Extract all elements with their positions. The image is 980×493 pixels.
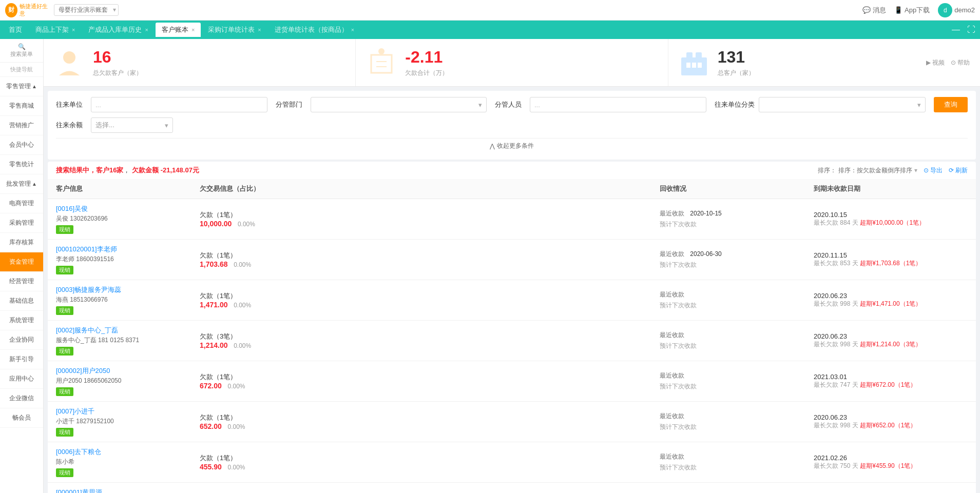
- app-download-btn[interactable]: 📱 App下载: [894, 6, 930, 15]
- sidebar-item-collab[interactable]: 企业协同: [0, 330, 43, 350]
- debt-amount-value: -2.11: [405, 48, 448, 67]
- stat-total-customers: 131 总客户（家） ▶ 视频 ⊙ 帮助: [668, 39, 980, 86]
- sidebar-item-newguide[interactable]: 新手引导: [0, 350, 43, 369]
- sidebar: 🔍 搜索菜单 快捷导航 零售管理 ▲ 零售商城 营销推广 会员中心 零售统计 批…: [0, 39, 44, 493]
- customer-phone-3: 服务中心_丁磊 181 0125 8371: [56, 336, 200, 345]
- dept-select[interactable]: ▾: [311, 97, 487, 112]
- collapse-btn[interactable]: ⋀ 收起更多条件: [56, 138, 968, 153]
- sidebar-item-member-center[interactable]: 会员中心: [0, 135, 43, 155]
- debt-amount-5[interactable]: 652.00: [200, 422, 222, 430]
- customer-cell-4: [000002]用户2050 用户2050 18665062050 现销: [56, 366, 200, 396]
- debt-percent-5: 0.00%: [227, 423, 245, 430]
- sidebar-item-retail-stats[interactable]: 零售统计: [0, 155, 43, 174]
- customer-tag-1: 现销: [56, 266, 73, 274]
- sort-btn[interactable]: 排序： 排序：按欠款金额倒序排序 ▾: [818, 166, 917, 175]
- sidebar-item-basic-info[interactable]: 基础信息: [0, 291, 43, 311]
- user-avatar[interactable]: d demo2: [938, 3, 975, 17]
- sidebar-item-purchase[interactable]: 采购管理: [0, 213, 43, 233]
- search-button[interactable]: 查询: [934, 97, 968, 112]
- customer-cell-1: [0001020001]李老师 李老师 18600391516 现销: [56, 245, 200, 274]
- debt-amount-3[interactable]: 1,214.00: [200, 341, 228, 349]
- maximize-btn[interactable]: ⛶: [965, 25, 977, 34]
- debt-amount-0[interactable]: 10,000.00: [200, 220, 232, 228]
- tab-goods[interactable]: 商品上下架 ×: [29, 23, 81, 37]
- sidebar-item-member[interactable]: 畅会员: [0, 408, 43, 428]
- source-unit-input[interactable]: ...: [91, 97, 267, 112]
- debt-customers-icon: [54, 47, 85, 78]
- sidebar-item-wholesale-mgmt[interactable]: 批发管理 ▲: [0, 174, 43, 194]
- stat-debt-amount: -2.11 欠款合计（万）: [356, 39, 668, 86]
- sidebar-item-system[interactable]: 系统管理: [0, 311, 43, 330]
- unit-type-label: 往来单位分类: [715, 100, 755, 109]
- tab-close-customer[interactable]: ×: [191, 27, 195, 33]
- customer-name-0[interactable]: [0016]吴俊: [56, 204, 200, 213]
- customer-tag-2: 现销: [56, 306, 73, 315]
- customer-name-5[interactable]: [0007]小进千: [56, 407, 200, 416]
- tab-customer-account[interactable]: 客户账本 ×: [156, 23, 201, 37]
- sidebar-search[interactable]: 🔍 搜索菜单: [0, 39, 43, 63]
- customer-name-2[interactable]: [0003]畅捷服务尹海蕊: [56, 285, 200, 294]
- sidebar-item-finance[interactable]: 资金管理: [0, 252, 43, 272]
- sidebar-search-label: 搜索菜单: [3, 50, 40, 58]
- overdue-amount-5[interactable]: 超期¥652.00（1笔）: [860, 422, 916, 429]
- person-input[interactable]: ...: [530, 97, 706, 112]
- export-btn[interactable]: ⊙ 导出: [924, 166, 943, 175]
- help-btn[interactable]: ⊙ 帮助: [951, 58, 970, 67]
- chevron-down-icon-3: ▾: [165, 122, 168, 129]
- tab-home[interactable]: 首页: [3, 23, 28, 37]
- svg-rect-3: [686, 52, 693, 58]
- table-row: [0006]去下粮仓 陈小希 现销 欠款（1笔） 455.90 0.00% 最近…: [48, 442, 976, 483]
- minimize-btn[interactable]: —: [950, 25, 962, 34]
- customer-name-6[interactable]: [0006]去下粮仓: [56, 447, 200, 457]
- sidebar-item-stock[interactable]: 库存核算: [0, 233, 43, 252]
- overdue-amount-4[interactable]: 超期¥672.00（1笔）: [860, 381, 916, 388]
- sidebar-item-retail-mall[interactable]: 零售商城: [0, 96, 43, 116]
- overdue-amount-3[interactable]: 超期¥1,214.00（3笔）: [860, 341, 921, 348]
- tab-close-goods[interactable]: ×: [72, 27, 75, 33]
- industry-selector[interactable]: 母婴行业演示账套 ▾: [54, 4, 119, 16]
- refresh-btn[interactable]: ⟳ 刷新: [949, 166, 968, 175]
- sidebar-item-ecommerce[interactable]: 电商管理: [0, 194, 43, 213]
- sidebar-nav-label: 快捷导航: [0, 63, 43, 77]
- debt-count-2: 欠款（1笔）: [200, 291, 660, 301]
- debt-amount-2[interactable]: 1,471.00: [200, 301, 228, 309]
- tab-stock-stats[interactable]: 进货单统计表（按商品） ×: [268, 23, 360, 37]
- customer-name-4[interactable]: [000002]用户2050: [56, 366, 200, 376]
- debt-cell-0: 欠款（1笔） 10,000.00 0.00%: [200, 210, 660, 228]
- overdue-days-3: 最长欠款 998 天: [814, 341, 858, 348]
- tab-close-purchase[interactable]: ×: [258, 27, 261, 33]
- sidebar-item-appcenter[interactable]: 应用中心: [0, 369, 43, 389]
- sidebar-item-retail-mgmt[interactable]: 零售管理 ▲: [0, 77, 43, 96]
- video-btn[interactable]: ▶ 视频: [926, 58, 945, 67]
- customer-name-3[interactable]: [0002]服务中心_丁磊: [56, 326, 200, 335]
- tab-close-production[interactable]: ×: [145, 27, 148, 33]
- due-date-0: 2020.10.15: [814, 211, 968, 219]
- customer-name-1[interactable]: [0001020001]李老师: [56, 245, 200, 254]
- overdue-amount-2[interactable]: 超期¥1,471.00（1笔）: [860, 300, 921, 307]
- customer-name-7[interactable]: [000001]黄思源: [56, 488, 200, 493]
- customer-cell-7: [000001]黄思源 黄思源 13552700226 现销: [56, 488, 200, 493]
- svg-rect-4: [696, 52, 702, 58]
- table-row: [0001020001]李老师 李老师 18600391516 现销 欠款（1笔…: [48, 240, 976, 280]
- due-cell-5: 2020.06.23 最长欠款 998 天 超期¥652.00（1笔）: [814, 413, 968, 430]
- overdue-amount-1[interactable]: 超期¥1,703.68（1笔）: [860, 260, 921, 267]
- chevron-icon: ▲: [32, 84, 37, 89]
- debt-amount-1[interactable]: 1,703.68: [200, 260, 228, 268]
- debt-amount-6[interactable]: 455.90: [200, 463, 222, 471]
- tab-close-stock[interactable]: ×: [351, 27, 354, 33]
- overdue-amount-0[interactable]: 超期¥10,000.00（1笔）: [860, 219, 925, 226]
- debt-amount-4[interactable]: 672.00: [200, 382, 222, 390]
- sidebar-item-wxwork[interactable]: 企业微信: [0, 389, 43, 408]
- svg-point-1: [378, 48, 385, 54]
- table-row: [0007]小进千 小进千 18279152100 现销 欠款（1笔） 652.…: [48, 402, 976, 442]
- balance-select[interactable]: 选择... ▾: [91, 117, 173, 133]
- message-btn[interactable]: 💬 消息: [862, 6, 886, 15]
- sidebar-item-operation[interactable]: 经营管理: [0, 272, 43, 291]
- overdue-amount-6[interactable]: 超期¥455.90（1笔）: [860, 462, 916, 469]
- tab-bar-controls: — ⛶: [950, 25, 977, 34]
- unit-type-select[interactable]: ▾: [759, 97, 926, 112]
- tab-production[interactable]: 产成品入库单历史 ×: [82, 23, 154, 37]
- sidebar-item-marketing[interactable]: 营销推广: [0, 116, 43, 135]
- sort-icon: 排序：: [818, 166, 836, 175]
- tab-purchase-order[interactable]: 采购订单统计表 ×: [202, 23, 267, 37]
